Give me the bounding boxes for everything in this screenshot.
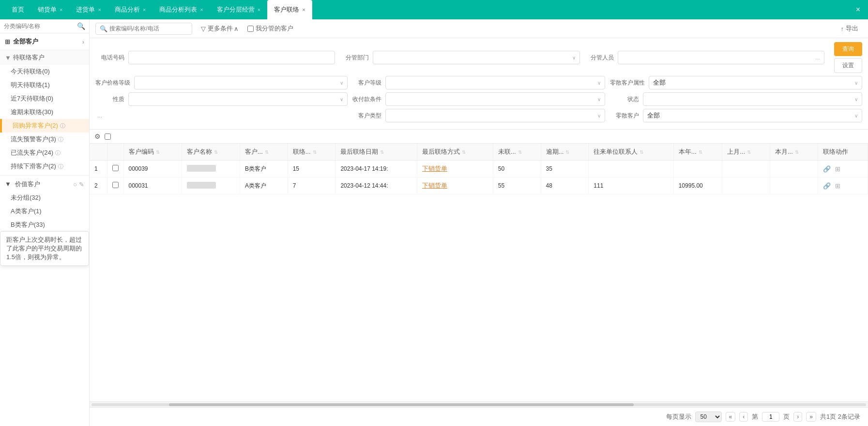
- nav-close-sales[interactable]: ×: [60, 7, 62, 13]
- sidebar-value-customer[interactable]: ▼ 价值客户 ○ ✎: [0, 177, 89, 191]
- sidebar-lost-warning[interactable]: 流失预警客户(3) ⓘ: [0, 132, 89, 146]
- sidebar-search-input[interactable]: [4, 23, 77, 29]
- chevron-down-icon6: ∨: [340, 97, 343, 102]
- sidebar-declining[interactable]: 持续下滑客户(2) ⓘ: [0, 160, 89, 173]
- customer-type-label: 客户类型: [352, 112, 381, 120]
- sidebar-a-class[interactable]: A类客户(1): [0, 205, 89, 218]
- sidebar-overdue-pending[interactable]: 逾期未联络(30): [0, 105, 89, 119]
- last-page-btn[interactable]: »: [806, 412, 816, 422]
- row-checkbox-2[interactable]: [112, 182, 119, 188]
- sort-method-icon[interactable]: ⇅: [462, 149, 466, 155]
- sort-unit-icon[interactable]: ⇅: [640, 149, 643, 155]
- filter-actions: 查询 设置: [834, 42, 862, 73]
- sidebar-search-icon[interactable]: 🔍: [77, 22, 85, 30]
- cell-last-method-2[interactable]: 下销货单: [417, 177, 493, 194]
- circle-icon[interactable]: ○: [73, 181, 77, 188]
- sort-name-icon[interactable]: ⇅: [214, 149, 218, 155]
- sidebar-collapse-btn[interactable]: ›: [82, 38, 84, 45]
- gender-select[interactable]: ∨: [128, 92, 348, 106]
- sort-code-icon[interactable]: ⇅: [156, 149, 160, 155]
- cell-contact-2: 7: [288, 177, 335, 194]
- next-page-btn[interactable]: ›: [793, 412, 802, 422]
- left-sidebar: 🔍 ⊞ 全部客户 › ▼ 待联络客户 今天待联络(0) 明天待联络(1) 近7天…: [0, 19, 90, 426]
- horizontal-scrollbar[interactable]: [90, 401, 868, 407]
- nav-purchase[interactable]: 进货单 ×: [69, 0, 107, 19]
- action-link-icon-1[interactable]: 🔗: [823, 165, 831, 173]
- nav-close-all-button[interactable]: ×: [856, 5, 860, 14]
- cell-action-2: 🔗 ⊞: [818, 177, 868, 194]
- select-all-checkbox[interactable]: [105, 133, 111, 140]
- action-grid-icon-1[interactable]: ⊞: [835, 165, 840, 173]
- scroll-thumb[interactable]: [169, 403, 634, 406]
- sort-tmonth-icon[interactable]: ⇅: [795, 149, 799, 155]
- table-row: 2 000031 A类客户 7 2023-04-12 14:44: 下销货单: [90, 177, 868, 194]
- cell-name-1[interactable]: [182, 161, 240, 177]
- grid-icon: ⊞: [5, 38, 10, 45]
- sort-date-icon[interactable]: ⇅: [380, 149, 384, 155]
- sidebar-today-pending[interactable]: 今天待联络(0): [0, 65, 89, 78]
- phone-input[interactable]: [128, 51, 335, 64]
- my-customers-checkbox[interactable]: [247, 26, 254, 32]
- manager-label: 分管人员: [585, 54, 614, 62]
- nav-close-customer-contact[interactable]: ×: [302, 7, 305, 13]
- action-link-icon-2[interactable]: 🔗: [823, 182, 831, 190]
- status-select[interactable]: ∨: [643, 92, 862, 106]
- nav-analysis-list[interactable]: 商品分析列表 ×: [152, 0, 210, 19]
- query-button[interactable]: 查询: [834, 42, 862, 56]
- page-input[interactable]: [762, 412, 779, 422]
- gear-icon[interactable]: ⚙: [94, 132, 101, 140]
- sidebar-b-class[interactable]: B类客户(33): [0, 218, 89, 232]
- prev-page-btn[interactable]: ‹: [739, 412, 748, 422]
- sort-year-icon[interactable]: ⇅: [699, 149, 702, 155]
- cell-name-2[interactable]: [182, 177, 240, 194]
- export-btn[interactable]: ↑ 导出: [837, 22, 863, 35]
- payment-select[interactable]: ∨: [385, 92, 605, 106]
- cell-code-2[interactable]: 000031: [123, 177, 182, 194]
- first-page-btn[interactable]: «: [726, 412, 736, 422]
- sidebar-pending-group[interactable]: ▼ 待联络客户: [0, 50, 89, 65]
- department-select[interactable]: ∨: [373, 51, 579, 64]
- cell-code-1[interactable]: 000039: [123, 161, 182, 177]
- sort-lmonth-icon[interactable]: ⇅: [747, 149, 751, 155]
- settings-button[interactable]: 设置: [834, 58, 862, 73]
- retail-attr-select[interactable]: 全部 ∨: [649, 76, 862, 89]
- sidebar-repurchase-abnormal[interactable]: 回购异常客户(2) ⓘ: [0, 119, 89, 132]
- row-checkbox-1[interactable]: [112, 165, 119, 171]
- nav-home[interactable]: 首页: [5, 0, 31, 19]
- sort-contact-icon[interactable]: ⇅: [313, 149, 317, 155]
- filter-customer-level-field: 客户等级 ∨: [352, 76, 605, 89]
- nav-close-analysis-list[interactable]: ×: [200, 7, 203, 13]
- more-conditions-btn[interactable]: ▽ 更多条件 ∧: [197, 22, 243, 35]
- sidebar-already-lost[interactable]: 已流失客户(24) ⓘ: [0, 146, 89, 160]
- nav-sales[interactable]: 销货单 ×: [31, 0, 69, 19]
- cell-last-month-1: [722, 161, 770, 177]
- nav-close-analysis[interactable]: ×: [143, 7, 146, 13]
- customer-type-select[interactable]: ∨: [385, 109, 605, 122]
- sort-type-icon[interactable]: ⇅: [265, 149, 269, 155]
- action-grid-icon-2[interactable]: ⊞: [835, 182, 840, 190]
- sort-overdue-icon[interactable]: ⇅: [565, 149, 569, 155]
- nav-customer-contact[interactable]: 客户联络 ×: [267, 0, 312, 19]
- edit-icon[interactable]: ✎: [79, 181, 84, 188]
- per-page-select[interactable]: 50 20 100: [695, 411, 722, 422]
- nav-customer-layer[interactable]: 客户分层经营 ×: [210, 0, 267, 19]
- sort-unreplied-icon[interactable]: ⇅: [518, 149, 522, 155]
- col-unit-contact: 往来单位联系人 ⇅: [589, 144, 673, 161]
- sidebar-7day-pending[interactable]: 近7天待联络(0): [0, 92, 89, 105]
- retail-customer-select[interactable]: 全部 ∨: [643, 109, 862, 122]
- nav-close-purchase[interactable]: ×: [98, 7, 101, 13]
- nav-close-customer-layer[interactable]: ×: [258, 7, 260, 13]
- customer-level-select[interactable]: ∨: [385, 76, 605, 89]
- cell-last-method-1[interactable]: 下销货单: [417, 161, 493, 177]
- my-customers-checkbox-label[interactable]: 我分管的客户: [247, 24, 293, 33]
- sidebar-all-customers[interactable]: ⊞ 全部客户 ›: [0, 33, 89, 50]
- nav-analysis[interactable]: 商品分析 ×: [108, 0, 152, 19]
- scroll-track: [91, 403, 866, 406]
- sidebar-tomorrow-pending[interactable]: 明天待联络(1): [0, 78, 89, 92]
- manager-select[interactable]: …: [618, 51, 824, 64]
- search-input[interactable]: [109, 25, 177, 32]
- more-dots[interactable]: ...: [95, 110, 104, 121]
- already-lost-info-icon: ⓘ: [55, 149, 61, 157]
- sidebar-unclassified[interactable]: 未分组(32): [0, 191, 89, 205]
- price-select[interactable]: ∨: [134, 76, 348, 89]
